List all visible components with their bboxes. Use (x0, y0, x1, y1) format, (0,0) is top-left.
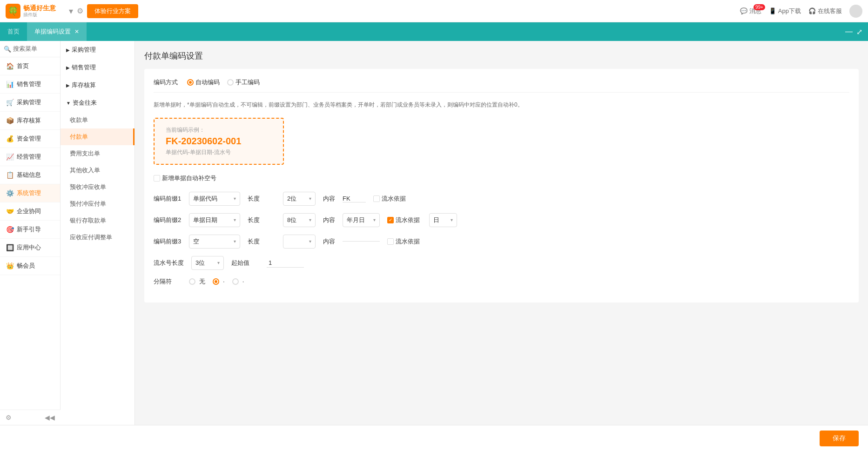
sub-item-receipt[interactable]: 收款单 (61, 112, 135, 128)
sub-group-sales-header[interactable]: ▶ 销售管理 (61, 59, 135, 76)
main-layout: 🔍 搜索菜单 🏠 首页 📊 销售管理 🛒 采购管理 📦 库存核算 💰 资金管理 … (0, 41, 868, 451)
sub-group-purchase: ▶ 采购管理 (61, 41, 135, 59)
logo-main: 畅通好生意 (23, 4, 56, 12)
sub-group-stock-header[interactable]: ▶ 库存核算 (61, 76, 135, 94)
guide-icon: 🎯 (6, 226, 14, 233)
prefix1-select[interactable]: 单据代码 ▾ (189, 192, 240, 206)
manual-code-radio-dot (227, 79, 234, 86)
stream2-period-select[interactable]: 日 ▾ (429, 213, 457, 227)
length2-arrow-icon: ▾ (309, 217, 311, 222)
tab-close-icon[interactable]: ✕ (74, 28, 79, 35)
auto-code-radio[interactable]: 自动编码 (187, 78, 220, 87)
length3-select[interactable]: ▾ (283, 235, 316, 249)
sidebar-item-sales[interactable]: 📊 销售管理 (0, 75, 60, 94)
sidebar-item-member[interactable]: 👑 畅会员 (0, 257, 60, 275)
sidebar-item-system[interactable]: ⚙️ 系统管理 (0, 184, 60, 202)
sidebar-search[interactable]: 🔍 搜索菜单 (0, 41, 60, 57)
avatar[interactable] (849, 5, 862, 18)
sidebar-item-member-label: 畅会员 (17, 262, 35, 270)
member-icon: 👑 (6, 262, 14, 269)
message-badge: 99+ (754, 4, 765, 10)
prefix2-select[interactable]: 单据日期 ▾ (189, 213, 240, 227)
stream2-box: ✓ (387, 217, 394, 223)
sidebar-item-finance[interactable]: 💰 资金管理 (0, 130, 60, 148)
home-icon: 🏠 (6, 62, 14, 70)
stream3-checkbox[interactable]: 流水依据 (387, 237, 420, 246)
service-item[interactable]: 🎧 在线客服 (808, 7, 842, 15)
sidebar-item-enterprise-label: 企业协同 (17, 207, 41, 215)
sidebar-item-purchase[interactable]: 🛒 采购管理 (0, 94, 60, 112)
sep-radio-dot[interactable]: · (213, 278, 225, 285)
length1-select[interactable]: 2位 ▾ (283, 192, 316, 206)
service-icon: 🎧 (808, 7, 816, 14)
sidebar-item-operation[interactable]: 📈 经营管理 (0, 148, 60, 166)
sub-item-adjust[interactable]: 应收应付调整单 (61, 229, 135, 246)
message-icon: 💬 (740, 7, 747, 14)
stream2-checkbox[interactable]: ✓ 流水依据 (387, 216, 420, 224)
code-preview-value: FK-20230602-001 (166, 136, 272, 147)
prefix1-label: 编码前缀1 (154, 195, 182, 203)
auto-code-label: 自动编码 (195, 78, 220, 87)
experience-btn[interactable]: 体验行业方案 (87, 4, 138, 18)
stream1-checkbox[interactable]: 流水依据 (373, 195, 406, 203)
form-row-3: 编码前缀3 空 ▾ 长度 ▾ 内容 流水依据 (154, 235, 849, 249)
sub-group-sales: ▶ 销售管理 (61, 59, 135, 76)
sub-item-other-income[interactable]: 其他收入单 (61, 162, 135, 179)
sub-item-expense[interactable]: 费用支出单 (61, 145, 135, 162)
length2-select[interactable]: 8位 ▾ (283, 213, 316, 227)
sidebar-collapse-icon[interactable]: ◀◀ (45, 414, 55, 421)
basic-icon: 📋 (6, 171, 14, 179)
serial-row: 流水号长度 3位 ▾ 起始值 (154, 256, 849, 270)
tab-maximize-icon[interactable]: ⤢ (856, 27, 862, 36)
content2-select[interactable]: 年月日 ▾ (343, 213, 380, 227)
message-item[interactable]: 💬 消息 99+ (740, 7, 761, 15)
sub-item-advance-offset[interactable]: 预付冲应付单 (61, 195, 135, 212)
top-bar: 🍀 畅通好生意 插件版 ▾ ⚙ 体验行业方案 💬 消息 99+ 📱 App下载 … (0, 0, 868, 22)
sidebar-item-enterprise[interactable]: 🤝 企业协同 (0, 202, 60, 221)
sub-item-payment[interactable]: 付款单 (61, 128, 135, 145)
tab-home[interactable]: 首页 (0, 22, 27, 41)
save-button[interactable]: 保存 (820, 431, 859, 446)
logo-sub: 插件版 (23, 12, 56, 18)
manual-code-radio[interactable]: 手工编码 (227, 78, 260, 87)
tab-bar-actions: — ⤢ (845, 27, 868, 36)
serial-length-arrow-icon: ▾ (217, 260, 220, 265)
sub-item-prepaid-offset[interactable]: 预收冲应收单 (61, 179, 135, 195)
auto-code-radio-dot (187, 79, 194, 86)
auto-fill-checkbox[interactable]: 新增单据自动补空号 (154, 174, 216, 182)
settings-icon[interactable]: ⚙ (77, 7, 83, 15)
prefix3-select[interactable]: 空 ▾ (189, 235, 240, 249)
sidebar-item-app[interactable]: 🔲 应用中心 (0, 239, 60, 257)
tab-settings[interactable]: 单据编码设置 ✕ (27, 22, 87, 41)
content3-value (343, 241, 380, 242)
enterprise-icon: 🤝 (6, 208, 14, 215)
app-icon: 🔲 (6, 244, 14, 251)
prefix3-value: 空 (193, 237, 199, 246)
radio-group: 自动编码 手工编码 (187, 78, 260, 87)
content2-value: 年月日 (347, 216, 365, 224)
tab-minimize-icon[interactable]: — (845, 27, 853, 36)
coding-method-label: 编码方式 (154, 78, 178, 87)
sub-item-bank[interactable]: 银行存取款单 (61, 212, 135, 229)
serial-length-select[interactable]: 3位 ▾ (191, 256, 224, 270)
settings-bottom-icon[interactable]: ⚙ (6, 414, 12, 421)
sub-group-capital-label: 资金往来 (73, 99, 97, 107)
sub-group-capital-header[interactable]: ▼ 资金往来 (61, 94, 135, 112)
sep-none-dot (189, 278, 195, 285)
stream1-box (373, 195, 380, 202)
sidebar-item-basic[interactable]: 📋 基础信息 (0, 166, 60, 184)
system-icon: ⚙️ (6, 189, 14, 197)
sep-radio-dot2[interactable]: · (232, 278, 244, 285)
sidebar-item-guide[interactable]: 🎯 新手引导 (0, 221, 60, 239)
sidebar-item-inventory[interactable]: 📦 库存核算 (0, 112, 60, 130)
sub-group-stock: ▶ 库存核算 (61, 76, 135, 94)
start-value-input[interactable] (267, 258, 304, 268)
finance-icon: 💰 (6, 135, 14, 142)
length1-label: 长度 (248, 195, 276, 203)
sidebar-item-home[interactable]: 🏠 首页 (0, 57, 60, 75)
sidebar-search-label: 搜索菜单 (13, 45, 37, 53)
sub-group-purchase-header[interactable]: ▶ 采购管理 (61, 41, 135, 59)
nav-dropdown-icon[interactable]: ▾ (69, 6, 73, 16)
sep-radio-none[interactable]: 无 (189, 277, 205, 286)
download-item[interactable]: 📱 App下载 (769, 7, 801, 15)
